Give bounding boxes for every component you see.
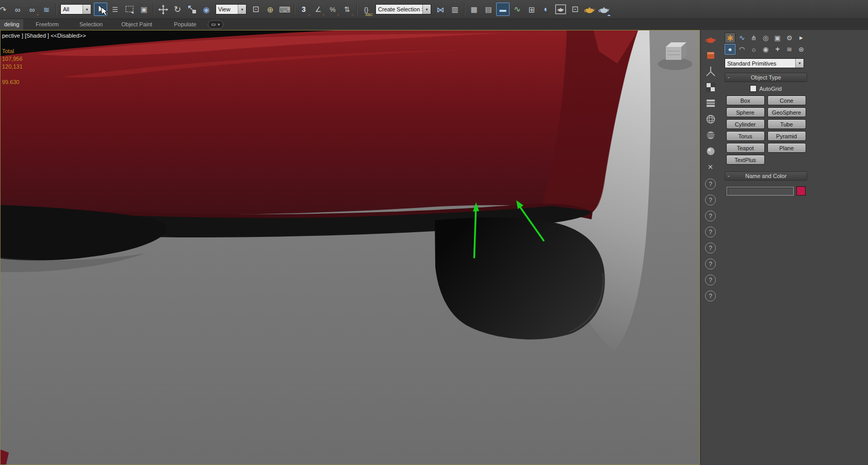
object-type-button-cylinder[interactable]: Cylinder: [726, 119, 765, 129]
chevron-down-icon[interactable]: ▾: [422, 5, 431, 14]
angle-snap-toggle[interactable]: ∠∩: [312, 3, 325, 16]
align-button[interactable]: ▥: [448, 3, 462, 16]
category-systems[interactable]: ⊛: [796, 44, 807, 55]
render-setup-button[interactable]: [554, 3, 567, 16]
select-and-manipulate-button[interactable]: ⊕: [264, 3, 277, 16]
help-circle-icon[interactable]: ?: [705, 275, 716, 285]
category-helpers[interactable]: +: [772, 44, 783, 55]
name-color-rollout-header[interactable]: - Name and Color: [725, 171, 807, 181]
object-type-button-teapot[interactable]: Teapot: [726, 143, 765, 153]
render-in-cloud-button[interactable]: ☁: [597, 3, 611, 16]
rendered-frame-window-button[interactable]: ⊡: [568, 3, 582, 16]
tab-create[interactable]: ∗: [725, 33, 735, 43]
primitives-dropdown[interactable]: Standard Primitives ▾: [725, 58, 804, 68]
use-pivot-point-button[interactable]: ⊡: [249, 3, 263, 16]
ribbon-toggle[interactable]: ▬: [496, 3, 510, 16]
layer-explorer-toggle[interactable]: ▤: [482, 3, 495, 16]
help-circle-icon[interactable]: ?: [705, 211, 716, 221]
rectangular-selection-region-button[interactable]: [123, 3, 136, 16]
viewport-label[interactable]: pective ] [Shaded ] <<Disabled>>: [2, 33, 86, 39]
mirror-button[interactable]: ⋈: [434, 3, 447, 16]
category-space-warps[interactable]: ≋: [784, 44, 795, 55]
object-type-button-geosphere[interactable]: GeoSphere: [767, 107, 806, 117]
help-circle-icon[interactable]: ?: [705, 179, 716, 189]
curve-editor-button[interactable]: ∿: [511, 3, 524, 16]
layer-stack-icon[interactable]: [704, 97, 717, 109]
selection-filter-dropdown[interactable]: All▾: [60, 4, 91, 14]
edit-named-selection-sets-button[interactable]: {}ABC: [359, 3, 373, 16]
chevron-down-icon[interactable]: ▾: [238, 5, 246, 14]
schematic-view-button[interactable]: ⊞: [525, 3, 538, 16]
object-type-button-textplus[interactable]: TextPlus: [726, 155, 765, 165]
select-and-move-button[interactable]: [156, 3, 170, 16]
snap-toggle-3d[interactable]: 3∩: [297, 3, 310, 16]
chevron-down-icon[interactable]: ▾: [83, 5, 91, 14]
material-editor-button[interactable]: ◐: [539, 3, 553, 16]
object-type-button-sphere[interactable]: Sphere: [726, 107, 765, 117]
object-type-rollout-header[interactable]: - Object Type: [725, 73, 807, 82]
shaded-sphere-icon[interactable]: [704, 145, 717, 157]
help-circle-icon[interactable]: ?: [705, 291, 716, 301]
uv-sphere-icon[interactable]: [704, 113, 717, 125]
tab-hierarchy[interactable]: ⋔: [748, 33, 759, 43]
spinner-snap-toggle[interactable]: ⇅∩: [340, 3, 354, 16]
object-type-button-tube[interactable]: Tube: [767, 119, 806, 129]
primitives-dropdown-value: Standard Primitives: [725, 60, 795, 67]
color-swatch[interactable]: [796, 186, 806, 196]
striped-sphere-icon[interactable]: [704, 129, 717, 141]
tab-utilities[interactable]: ⚙: [784, 33, 795, 43]
panel-arrow-icon[interactable]: ►: [796, 33, 807, 43]
render-production-button[interactable]: [583, 3, 596, 16]
object-type-button-box[interactable]: Box: [726, 95, 765, 105]
perspective-viewport[interactable]: pective ] [Shaded ] <<Disabled>> Total10…: [0, 30, 700, 465]
select-and-place-button[interactable]: ◉: [200, 3, 213, 16]
category-geometry[interactable]: ●: [725, 44, 735, 55]
toolbar-separator: [153, 3, 154, 15]
reference-coordinate-dropdown[interactable]: View▾: [216, 4, 247, 14]
autogrid-checkbox[interactable]: [750, 85, 757, 92]
object-type-button-torus[interactable]: Torus: [726, 131, 765, 141]
checker-map-icon[interactable]: [704, 81, 717, 93]
keyboard-override-toggle[interactable]: ⌨: [278, 3, 291, 16]
close-x-icon[interactable]: ×: [704, 161, 717, 173]
object-name-input[interactable]: [727, 187, 794, 196]
select-and-scale-button[interactable]: [185, 3, 199, 16]
ribbon-toggle-glyph: ▬: [500, 6, 506, 13]
ribbon-tab-freeform[interactable]: Freeform: [31, 19, 63, 30]
object-type-button-plane[interactable]: Plane: [767, 143, 806, 153]
scene-explorer-toggle[interactable]: ▦: [467, 3, 481, 16]
help-circle-icon[interactable]: ?: [705, 227, 716, 237]
category-cameras[interactable]: ◉: [760, 44, 771, 55]
category-shapes[interactable]: ◠: [736, 44, 747, 55]
ribbon-tab-deling[interactable]: deling: [0, 19, 23, 30]
tab-display[interactable]: ▣: [772, 33, 783, 43]
tab-modify[interactable]: ∿: [736, 33, 747, 43]
window-crossing-toggle[interactable]: ▣: [137, 3, 151, 16]
bind-to-space-warp-icon[interactable]: ≋: [40, 3, 53, 16]
named-selection-sets-dropdown[interactable]: Create Selection Se▾: [375, 4, 431, 14]
material-box-icon[interactable]: [704, 49, 717, 61]
percent-snap-toggle[interactable]: %∩: [326, 3, 339, 16]
category-lights[interactable]: ☼: [748, 44, 759, 55]
ribbon-tab-selection[interactable]: Selection: [75, 19, 107, 30]
help-circle-icon[interactable]: ?: [705, 195, 716, 205]
select-and-link-icon[interactable]: ∞: [11, 3, 24, 16]
ribbon-config-button[interactable]: ▭▾: [208, 20, 224, 29]
render-teapot-icon[interactable]: [704, 33, 717, 45]
redo-icon[interactable]: ↷: [0, 3, 10, 16]
chevron-down-icon[interactable]: ▾: [795, 59, 804, 68]
select-object-button[interactable]: [94, 3, 107, 16]
object-type-button-pyramid[interactable]: Pyramid: [767, 131, 806, 141]
unlink-selection-icon[interactable]: ∞×: [25, 3, 39, 16]
ribbon-tab-populate[interactable]: Populate: [170, 19, 200, 30]
select-and-rotate-button[interactable]: ↻: [171, 3, 184, 16]
object-type-button-cone[interactable]: Cone: [767, 95, 806, 105]
select-by-name-button[interactable]: ☰: [108, 3, 122, 16]
help-circle-icon[interactable]: ?: [705, 243, 716, 253]
tab-display-glyph: ▣: [774, 35, 780, 41]
axis-tripod-icon[interactable]: [704, 65, 717, 77]
tab-motion[interactable]: ◎: [760, 33, 771, 43]
ribbon-tab-object-paint[interactable]: Object Paint: [117, 19, 156, 30]
reference-coordinate-dropdown-value: View: [216, 6, 238, 12]
help-circle-icon[interactable]: ?: [705, 259, 716, 269]
